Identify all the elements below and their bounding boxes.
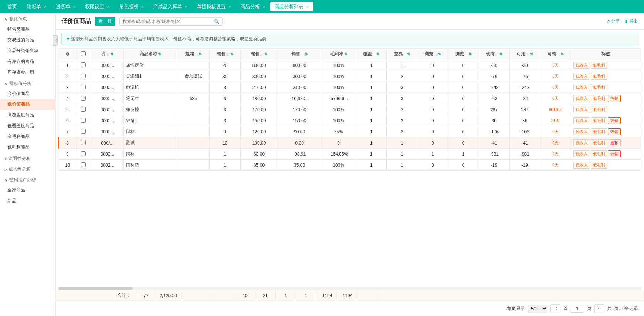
row-checkbox-cell[interactable] <box>76 137 91 149</box>
nav-product-analysis-list[interactable]: 商品分析列表 × <box>270 2 313 11</box>
first-page-button[interactable]: 〈 <box>550 304 560 313</box>
horizontal-scrollbar[interactable] <box>58 287 641 290</box>
time-filter-button[interactable]: 近一月 <box>95 17 115 26</box>
nav-product-in[interactable]: 产成品入库单 × <box>149 2 192 11</box>
row-spec: 参加复试 <box>177 71 209 82</box>
row-browse2: 0 <box>448 93 479 104</box>
nav-home[interactable]: 首页 <box>3 2 21 11</box>
table-row: 5 0000... 橡皮擦 3 170.00 170.00 100% 1 3 0… <box>59 104 641 115</box>
col-settings[interactable]: ⚙ <box>59 49 76 60</box>
row-checkbox-cell[interactable] <box>76 104 91 115</box>
row-checkbox[interactable] <box>81 162 86 167</box>
row-checkbox-cell[interactable] <box>76 82 91 93</box>
browse-link[interactable]: 1 <box>432 152 434 157</box>
col-browse2[interactable]: 浏览...⇅ <box>448 49 479 60</box>
row-checkbox-cell[interactable] <box>76 160 91 171</box>
row-checkbox-cell[interactable] <box>76 60 91 71</box>
row-checkbox[interactable] <box>81 140 86 145</box>
sidebar-group-marketing[interactable]: ∨ 营销推广分析 <box>0 174 55 185</box>
sidebar-group-growth[interactable]: > 成长性分析 <box>0 163 55 174</box>
row-spec: 535 <box>177 93 209 104</box>
row-checkbox[interactable] <box>81 129 86 134</box>
sidebar-group-overall[interactable]: ∨ 整体信息 <box>0 13 55 24</box>
search-input[interactable] <box>123 19 212 24</box>
row-spec <box>177 160 209 171</box>
sidebar-item-low-coverage[interactable]: 低覆盖度商品 <box>0 120 55 131</box>
share-button[interactable]: ↗ 分享 <box>606 18 620 24</box>
row-checkbox-cell[interactable] <box>76 71 91 82</box>
col-code[interactable]: 商...⇅ <box>91 49 123 60</box>
page-size-select[interactable]: 50 100 <box>528 305 547 313</box>
row-code: 0000... <box>91 126 123 137</box>
days-tag: 0天 <box>552 85 559 89</box>
col-browse1[interactable]: 浏览...⇅ <box>417 49 448 60</box>
row-checkbox-cell[interactable] <box>76 126 91 137</box>
sidebar-item-stock-goods[interactable]: 有库存的商品 <box>0 56 55 67</box>
export-icon: ⬇ <box>624 19 628 24</box>
nav-permission[interactable]: 权限设置 × <box>81 2 114 11</box>
row-sales2: 170.00 <box>240 104 278 115</box>
search-icon[interactable]: 🔍 <box>214 19 219 24</box>
col-saleable[interactable]: 可销...⇅ <box>540 49 571 60</box>
col-avail[interactable]: 可用...⇅ <box>509 49 540 60</box>
page-number-input[interactable] <box>571 305 584 313</box>
scrollbar-thumb[interactable] <box>58 287 133 290</box>
row-checkbox[interactable] <box>81 96 86 101</box>
nav-role[interactable]: 角色授权 × <box>115 2 148 11</box>
pagination: 每页显示 50 100 〈 首 页 〉 共1页,10条记录 <box>56 301 644 316</box>
row-saleable: 31天 <box>540 115 571 126</box>
col-checkbox[interactable] <box>76 49 91 60</box>
sidebar-item-category-rate[interactable]: 商品分类销售率 <box>0 45 55 56</box>
row-name: 橡皮擦 <box>124 104 177 115</box>
row-sales3: 800.00 <box>278 60 321 71</box>
nav-product-analysis[interactable]: 商品分析 × <box>236 2 269 11</box>
col-sales1[interactable]: 销售...⇅ <box>209 49 240 60</box>
col-stock[interactable]: 现有...⇅ <box>479 49 510 60</box>
col-coverage[interactable]: 覆盖...⇅ <box>356 49 387 60</box>
row-checkbox-cell[interactable] <box>76 93 91 104</box>
row-sales3: -10,380... <box>278 93 321 104</box>
sidebar-item-low-value[interactable]: 低价值商品 <box>0 99 55 110</box>
export-button[interactable]: ⬇ 导出 <box>624 18 638 24</box>
col-tags: 标签 <box>571 49 641 60</box>
col-spec[interactable]: 规格...⇅ <box>177 49 209 60</box>
sidebar-item-stock-capital[interactable]: 库存资金占用 <box>0 67 55 78</box>
row-spec <box>177 137 209 149</box>
nav-sales[interactable]: 销货单 × <box>22 2 51 11</box>
next-page-button[interactable]: 〉 <box>594 304 604 313</box>
sidebar-collapse-button[interactable]: 《 <box>53 35 58 46</box>
row-browse1: 0 <box>417 137 448 149</box>
row-checkbox[interactable] <box>81 151 86 156</box>
sidebar-item-all-goods[interactable]: 全部商品 <box>0 185 55 196</box>
sidebar-item-traded-goods[interactable]: 交易过的商品 <box>0 35 55 45</box>
row-checkbox-cell[interactable] <box>76 115 91 126</box>
nav-purchase[interactable]: 进货单 × <box>51 2 80 11</box>
select-all-checkbox[interactable] <box>81 51 86 56</box>
sidebar-item-low-profit[interactable]: 低毛利商品 <box>0 142 55 153</box>
col-trade[interactable]: 交易...⇅ <box>387 49 417 60</box>
row-stock: -22 <box>479 93 510 104</box>
row-checkbox[interactable] <box>81 107 86 112</box>
page-prefix-label: 首 <box>563 306 568 312</box>
col-sales3[interactable]: 销售...⇅ <box>278 49 321 60</box>
row-spec <box>177 126 209 137</box>
col-name[interactable]: 商品名称⇅ <box>124 49 177 60</box>
row-checkbox[interactable] <box>81 62 86 67</box>
sidebar-item-high-coverage[interactable]: 高覆盖度商品 <box>0 110 55 120</box>
row-checkbox[interactable] <box>81 85 86 89</box>
row-name: 铅笔1 <box>124 115 177 126</box>
nav-template[interactable]: 单据模板设置 × <box>192 2 235 11</box>
col-sales2[interactable]: 销售...⇅ <box>240 49 278 60</box>
tag: 低毛利 <box>591 139 607 146</box>
footer-coverage: 10 <box>235 291 255 300</box>
sidebar-group-circulation[interactable]: > 流通性分析 <box>0 153 55 163</box>
sidebar-item-high-value[interactable]: 高价值商品 <box>0 88 55 99</box>
sidebar-item-new-goods[interactable]: 新品 <box>0 196 55 206</box>
row-checkbox-cell[interactable] <box>76 149 91 160</box>
sidebar-item-high-profit[interactable]: 高毛利商品 <box>0 131 55 142</box>
sidebar-item-sales-goods[interactable]: 销售类商品 <box>0 24 55 35</box>
col-gross[interactable]: 毛利率⇅ <box>321 49 356 60</box>
sidebar-group-contribution[interactable]: ∨ 贡献值分析 <box>0 78 55 88</box>
row-checkbox[interactable] <box>81 118 86 123</box>
row-checkbox[interactable] <box>81 74 86 78</box>
